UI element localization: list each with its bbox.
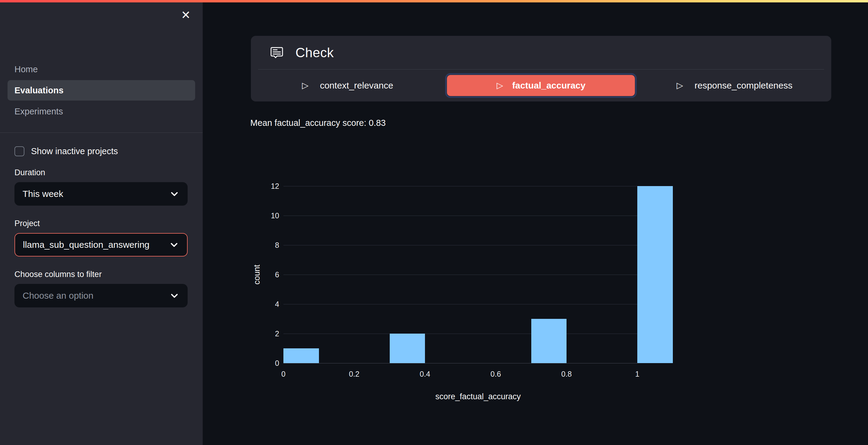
play-outline-icon: ▷ bbox=[677, 81, 683, 90]
gridline bbox=[283, 304, 637, 305]
sidebar-filters: Duration This week Project llama_sub_que… bbox=[14, 168, 188, 321]
checkbox-label: Show inactive projects bbox=[31, 146, 118, 156]
gridline bbox=[283, 216, 637, 216]
check-panel: Check ▷ context_relevance ▷ factual_accu… bbox=[251, 36, 831, 101]
x-tick-label: 0.6 bbox=[491, 370, 501, 378]
main-content: Check ▷ context_relevance ▷ factual_accu… bbox=[203, 0, 868, 445]
project-label: Project bbox=[14, 219, 188, 228]
sidebar-item-evaluations[interactable]: Evaluations bbox=[7, 80, 195, 101]
gridline bbox=[283, 275, 637, 275]
sidebar-divider bbox=[0, 132, 203, 133]
play-outline-icon: ▷ bbox=[302, 81, 309, 90]
decoration-bar bbox=[0, 0, 868, 2]
gridline bbox=[283, 186, 637, 186]
survey-list-icon bbox=[270, 45, 284, 60]
columns-filter-field: Choose columns to filter Choose an optio… bbox=[14, 270, 188, 308]
project-value: llama_sub_question_answering bbox=[23, 240, 149, 250]
check-panel-header: Check bbox=[251, 36, 831, 69]
chevron-down-icon bbox=[169, 189, 180, 199]
close-icon: ✕ bbox=[181, 9, 191, 21]
checkbox-icon[interactable] bbox=[14, 146, 24, 156]
y-axis-title: count bbox=[252, 265, 262, 285]
histogram-bar bbox=[283, 348, 319, 363]
columns-filter-value: Choose an option bbox=[23, 290, 93, 301]
duration-field: Duration This week bbox=[14, 168, 188, 205]
panel-title: Check bbox=[296, 45, 334, 60]
tab-label: response_completeness bbox=[694, 81, 793, 91]
x-tick-label: 0.8 bbox=[561, 370, 572, 378]
x-axis-title: score_factual_accuracy bbox=[435, 392, 521, 401]
duration-value: This week bbox=[23, 189, 63, 199]
gridline bbox=[283, 363, 637, 363]
tab-response-completeness[interactable]: ▷ response_completeness bbox=[677, 81, 793, 91]
tab-context-relevance[interactable]: ▷ context_relevance bbox=[302, 81, 393, 91]
tab-label: factual_accuracy bbox=[512, 81, 586, 91]
y-tick-label: 2 bbox=[255, 329, 279, 338]
mean-score-text: Mean factual_accuracy score: 0.83 bbox=[250, 118, 386, 128]
histogram-chart: 02468101200.20.40.60.81countscore_factua… bbox=[251, 167, 721, 411]
y-tick-label: 8 bbox=[255, 241, 279, 250]
histogram-bar bbox=[637, 186, 673, 363]
y-tick-label: 0 bbox=[255, 359, 279, 368]
y-tick-label: 4 bbox=[255, 300, 279, 309]
x-tick-label: 1 bbox=[635, 370, 640, 378]
duration-label: Duration bbox=[14, 168, 188, 177]
project-select[interactable]: llama_sub_question_answering bbox=[14, 233, 188, 256]
project-field: Project llama_sub_question_answering bbox=[14, 219, 188, 256]
gridline bbox=[283, 333, 637, 334]
x-tick-label: 0.4 bbox=[420, 370, 430, 378]
tab-factual-accuracy-pill[interactable]: ▷ factual_accuracy bbox=[447, 75, 635, 96]
sidebar: ✕ Home Evaluations Experiments Show inac… bbox=[0, 0, 203, 445]
x-tick-label: 0.2 bbox=[349, 370, 360, 378]
close-sidebar-button[interactable]: ✕ bbox=[178, 7, 194, 23]
x-tick-label: 0 bbox=[281, 370, 285, 378]
chevron-down-icon bbox=[169, 240, 179, 250]
play-outline-icon: ▷ bbox=[497, 81, 503, 90]
columns-filter-select[interactable]: Choose an option bbox=[14, 284, 188, 308]
y-tick-label: 12 bbox=[255, 182, 279, 191]
check-tabs: ▷ context_relevance ▷ factual_accuracy ▷… bbox=[251, 69, 831, 101]
histogram-bar bbox=[531, 319, 567, 363]
sidebar-nav: Home Evaluations Experiments bbox=[7, 59, 195, 122]
y-tick-label: 10 bbox=[255, 211, 279, 220]
show-inactive-checkbox[interactable]: Show inactive projects bbox=[14, 145, 118, 157]
duration-select[interactable]: This week bbox=[14, 182, 188, 205]
sidebar-item-experiments[interactable]: Experiments bbox=[7, 101, 195, 122]
sidebar-item-home[interactable]: Home bbox=[7, 59, 195, 80]
columns-filter-label: Choose columns to filter bbox=[14, 270, 188, 279]
tab-factual-accuracy[interactable]: ▷ factual_accuracy bbox=[445, 73, 637, 98]
histogram-bar bbox=[390, 333, 425, 363]
tab-label: context_relevance bbox=[320, 81, 393, 91]
chevron-down-icon bbox=[169, 290, 180, 301]
